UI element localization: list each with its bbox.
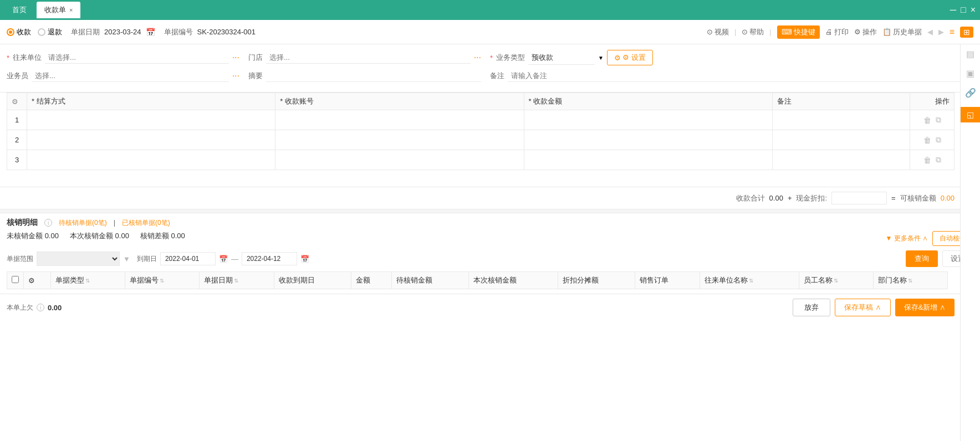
tab-receipt[interactable]: 收款单 × bbox=[37, 2, 80, 18]
bottom-col-duedate: 收款到期日 bbox=[274, 272, 351, 289]
window-close-icon[interactable]: × bbox=[971, 5, 976, 15]
row-3-amount[interactable] bbox=[524, 150, 772, 170]
range-chevron-icon: ▼ bbox=[123, 255, 130, 263]
operation-label: 操作 bbox=[862, 27, 877, 37]
tab-pending[interactable]: 待核销单据(0笔) bbox=[59, 218, 107, 228]
bottom-col-doctype: 单据类型⇅ bbox=[51, 272, 125, 289]
grid-icon[interactable]: ⊞ bbox=[960, 27, 973, 38]
biztype-select[interactable]: 预收款 bbox=[528, 51, 595, 65]
window-min-icon[interactable]: ─ bbox=[950, 5, 956, 15]
history-label: 历史单据 bbox=[893, 27, 922, 37]
row-1-remark[interactable] bbox=[772, 110, 910, 130]
nuclear-stats: 未核销金额 0.00 本次核销金额 0.00 核销差额 0.00 ▼ 更多条件 … bbox=[7, 231, 973, 246]
nuclear-info-icon[interactable]: i bbox=[44, 219, 52, 227]
video-btn[interactable]: ⊙ 视频 bbox=[707, 27, 729, 37]
table-row: 3 🗑 ⧉ bbox=[7, 150, 955, 170]
tab-bar: 首页 收款单 × ─ □ × bbox=[0, 0, 980, 20]
date-from-calendar-icon[interactable]: 📅 bbox=[219, 255, 228, 263]
shortcut-btn[interactable]: ⌨ 快捷键 bbox=[777, 25, 820, 39]
settings-button[interactable]: ⚙ ⚙ 设置 bbox=[607, 50, 653, 65]
remark-input[interactable] bbox=[508, 70, 973, 82]
query-btn[interactable]: 查询 bbox=[906, 250, 938, 267]
biztype-chevron-icon[interactable]: ▼ bbox=[598, 55, 604, 61]
table-header-gear[interactable]: ⚙ bbox=[7, 93, 27, 110]
date-value[interactable]: 2023-03-24 bbox=[104, 28, 141, 36]
row-1-copy-icon[interactable]: ⧉ bbox=[936, 115, 941, 125]
divider3: ◀ bbox=[927, 28, 933, 36]
calendar-icon[interactable]: 📅 bbox=[146, 28, 155, 37]
nuclear-tabs: 待核销单据(0笔) | 已核销单据(0笔) bbox=[59, 218, 170, 228]
date-to-calendar-icon[interactable]: 📅 bbox=[300, 255, 309, 263]
history-icon: 📋 bbox=[882, 28, 891, 36]
history-btn[interactable]: 📋 历史单据 bbox=[882, 27, 922, 37]
row-2-copy-icon[interactable]: ⧉ bbox=[936, 135, 941, 145]
summary-input[interactable] bbox=[266, 70, 481, 82]
row-3-copy-icon[interactable]: ⧉ bbox=[936, 155, 941, 165]
bottom-table-wrapper: ⚙ 单据类型⇅ 单据编号⇅ 单据日期⇅ 收款到期日 金额 待核销金额 本次核销金… bbox=[7, 271, 973, 289]
bottom-footer: 本单上欠 i 0.00 放弃 保存草稿 ∧ 保存&新增 ∧ bbox=[0, 294, 980, 321]
date-from-input[interactable] bbox=[160, 252, 216, 265]
staff-more-icon[interactable]: ··· bbox=[232, 71, 239, 81]
store-input[interactable] bbox=[266, 52, 471, 64]
row-1-settlement[interactable] bbox=[27, 110, 275, 130]
col-gear[interactable]: ⚙ bbox=[24, 272, 51, 289]
more-conditions-btn[interactable]: ▼ 更多条件 ∧ bbox=[885, 234, 928, 243]
save-new-btn[interactable]: 保存&新增 ∧ bbox=[895, 299, 955, 316]
staff-field: 业务员 ··· bbox=[7, 70, 239, 82]
discount-input[interactable] bbox=[831, 192, 887, 204]
sidebar-link-icon[interactable]: 🔗 bbox=[965, 88, 976, 98]
circle-icon: ⊙ bbox=[707, 28, 713, 36]
bottom-col-amount: 金额 bbox=[351, 272, 391, 289]
row-2-remark[interactable] bbox=[772, 130, 910, 150]
window-max-icon[interactable]: □ bbox=[961, 5, 966, 15]
tab-done[interactable]: 已核销单据(0笔) bbox=[122, 218, 170, 228]
table-row: 2 🗑 ⧉ bbox=[7, 130, 955, 150]
draft-btn[interactable]: 保存草稿 ∧ bbox=[835, 299, 891, 316]
row-num-3: 3 bbox=[7, 150, 27, 170]
staff-input[interactable] bbox=[32, 70, 229, 82]
select-all-checkbox[interactable] bbox=[12, 276, 19, 283]
row-2-account[interactable] bbox=[275, 130, 524, 150]
biztype-field: * 业务类型 预收款 ▼ ⚙ ⚙ 设置 bbox=[490, 50, 973, 65]
row-1-account[interactable] bbox=[275, 110, 524, 130]
store-field: 门店 ··· bbox=[248, 52, 481, 64]
partner-input[interactable] bbox=[45, 52, 229, 64]
total-info-icon[interactable]: i bbox=[37, 304, 44, 311]
sidebar-expand-icon[interactable]: ◱ bbox=[961, 107, 980, 122]
row-3-settlement[interactable] bbox=[27, 150, 275, 170]
range-select[interactable] bbox=[37, 252, 120, 266]
net-label: 可核销金额 bbox=[900, 193, 936, 203]
print-btn[interactable]: 🖨 打印 bbox=[825, 27, 849, 37]
print-label: 打印 bbox=[834, 27, 849, 37]
row-3-account[interactable] bbox=[275, 150, 524, 170]
row-3-remark[interactable] bbox=[772, 150, 910, 170]
help-btn[interactable]: ⊙ 帮助 bbox=[742, 27, 764, 37]
bottom-col-dept: 部门名称⇅ bbox=[873, 272, 947, 289]
tab-close-icon[interactable]: × bbox=[69, 7, 73, 13]
sidebar-table-icon[interactable]: ▤ bbox=[966, 49, 974, 59]
tab-home[interactable]: 首页 bbox=[4, 2, 34, 18]
required-star2: * bbox=[490, 54, 493, 62]
row-2-delete-icon[interactable]: 🗑 bbox=[923, 136, 931, 145]
remark-label: 备注 bbox=[490, 71, 504, 81]
bottom-col-pending: 待核销金额 bbox=[391, 272, 468, 289]
store-more-icon[interactable]: ··· bbox=[474, 53, 481, 63]
row-1-amount[interactable] bbox=[524, 110, 772, 130]
sidebar-grid-icon[interactable]: ▣ bbox=[966, 68, 974, 79]
date-to-input[interactable] bbox=[242, 252, 297, 265]
bottom-table: ⚙ 单据类型⇅ 单据编号⇅ 单据日期⇅ 收款到期日 金额 待核销金额 本次核销金… bbox=[7, 271, 948, 289]
radio-receipt-label: 收款 bbox=[17, 27, 31, 37]
radio-refund[interactable]: 退款 bbox=[38, 27, 62, 37]
current-stat: 本次核销金额 0.00 bbox=[70, 231, 129, 246]
toolbar-date-section: 单据日期 2023-03-24 📅 bbox=[71, 27, 155, 37]
store-label: 门店 bbox=[248, 53, 263, 63]
partner-more-icon[interactable]: ··· bbox=[232, 53, 239, 63]
row-2-settlement[interactable] bbox=[27, 130, 275, 150]
row-2-amount[interactable] bbox=[524, 130, 772, 150]
row-1-delete-icon[interactable]: 🗑 bbox=[923, 116, 931, 125]
operation-btn[interactable]: ⚙ 操作 bbox=[854, 27, 877, 37]
row-3-delete-icon[interactable]: 🗑 bbox=[923, 156, 931, 165]
abandon-btn[interactable]: 放弃 bbox=[793, 299, 830, 316]
menu-icon[interactable]: ≡ bbox=[950, 27, 955, 37]
radio-receipt[interactable]: 收款 bbox=[7, 27, 31, 37]
